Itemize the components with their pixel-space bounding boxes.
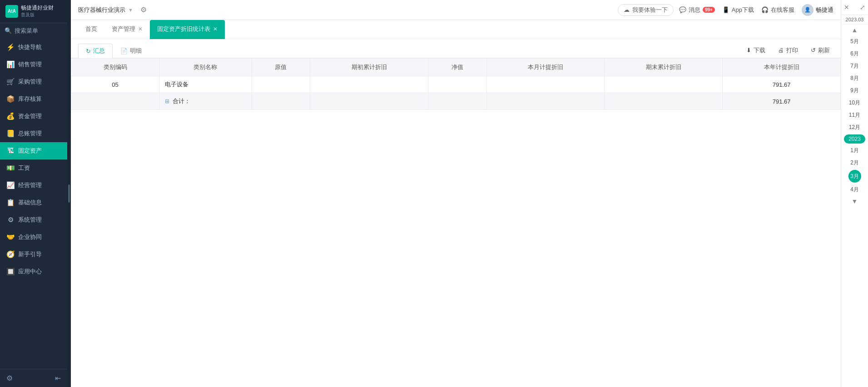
total-net bbox=[428, 93, 486, 110]
month-7[interactable]: 7月 bbox=[841, 60, 868, 72]
month-6[interactable]: 6月 bbox=[841, 48, 868, 60]
print-button[interactable]: 🖨 打印 bbox=[774, 45, 802, 56]
base-icon: 📋 bbox=[6, 198, 15, 207]
nav-up-arrow[interactable]: ▲ bbox=[841, 25, 868, 35]
row-annual: 791.67 bbox=[723, 76, 841, 93]
apps-icon: 🔲 bbox=[6, 268, 15, 276]
logo-text: 畅捷通好业财 bbox=[21, 5, 54, 12]
tab-home[interactable]: 首页 bbox=[78, 20, 104, 39]
user-menu[interactable]: 👤 畅捷通 bbox=[802, 4, 833, 16]
tab-depreciation[interactable]: 固定资产折旧统计表 ✕ bbox=[150, 20, 225, 39]
sidebar-item-sales[interactable]: 📊 销售管理 bbox=[0, 56, 67, 73]
row-monthly bbox=[486, 76, 605, 93]
sidebar-item-ops[interactable]: 📈 经营管理 bbox=[0, 177, 67, 194]
download-icon: 📱 bbox=[722, 6, 729, 13]
month-12[interactable]: 12月 bbox=[841, 121, 868, 134]
depreciation-table: 类别编码 类别名称 原值 期初累计折旧 净值 本月计提折旧 期末累计折旧 本年计… bbox=[71, 58, 841, 110]
sub-tabs: ↻ 汇总 📄 明细 ⬇ 下载 🖨 打印 ↺ 刷新 bbox=[71, 39, 841, 58]
total-initial-accum bbox=[310, 93, 428, 110]
total-annual: 791.67 bbox=[723, 93, 841, 110]
sidebar-bottom: ⚙ ⇤ bbox=[0, 369, 67, 387]
col-end-accum: 期末累计折旧 bbox=[605, 59, 723, 76]
sidebar-item-inventory[interactable]: 📦 库存核算 bbox=[0, 90, 67, 108]
col-monthly: 本月计提折旧 bbox=[486, 59, 605, 76]
col-initial-accum: 期初累计折旧 bbox=[310, 59, 428, 76]
service-icon: 🎧 bbox=[761, 6, 769, 13]
sidebar-item-salary[interactable]: 💵 工资 bbox=[0, 159, 67, 177]
search-menu[interactable]: 🔍 搜索菜单 bbox=[0, 23, 67, 39]
online-service-button[interactable]: 🎧 在线客服 bbox=[761, 6, 794, 14]
month-9[interactable]: 9月 bbox=[841, 84, 868, 97]
sidebar-item-fixed[interactable]: 🏗 固定资产 bbox=[0, 142, 67, 159]
sub-tab-detail[interactable]: 📄 明细 bbox=[113, 44, 149, 58]
right-panel-expand-icon[interactable]: ⤢ bbox=[860, 4, 865, 11]
month-11[interactable]: 11月 bbox=[841, 109, 868, 121]
logo-icon: AtA bbox=[5, 5, 18, 18]
col-original: 原值 bbox=[252, 59, 310, 76]
topbar: 医疗器械行业演示 ▼ ⚙ ☁ 我要体验一下 💬 消息 99+ 📱 App下载 🎧… bbox=[71, 0, 841, 20]
download-button[interactable]: ⬇ 下载 bbox=[743, 45, 769, 56]
year-badge[interactable]: 2023 bbox=[844, 134, 865, 144]
app-download-button[interactable]: 📱 App下载 bbox=[722, 6, 754, 14]
month-1[interactable]: 1月 bbox=[841, 144, 868, 157]
month-8[interactable]: 8月 bbox=[841, 72, 868, 84]
print-icon: 🖨 bbox=[778, 47, 784, 54]
total-original bbox=[252, 93, 310, 110]
quick-nav-icon: ⚡ bbox=[6, 43, 15, 51]
month-4[interactable]: 4月 bbox=[841, 184, 868, 196]
year-section: 2023.03 ▲ 5月 6月 7月 8月 9月 10月 11月 12月 202… bbox=[841, 15, 868, 207]
tab-asset-mgmt-close[interactable]: ✕ bbox=[138, 26, 143, 32]
nav-down-arrow[interactable]: ▼ bbox=[841, 196, 868, 207]
sidebar: AtA 畅捷通好业财 普及版 🔍 搜索菜单 ⚡ 快捷导航 📊 销售管理 🛒 采购… bbox=[0, 0, 67, 387]
sub-tab-summary[interactable]: ↻ 汇总 bbox=[78, 44, 113, 58]
experience-button[interactable]: ☁ 我要体验一下 bbox=[618, 4, 674, 16]
col-net: 净值 bbox=[428, 59, 486, 76]
row-end-accum bbox=[605, 76, 723, 93]
refresh-button[interactable]: ↺ 刷新 bbox=[807, 45, 833, 56]
company-selector[interactable]: 医疗器械行业演示 ▼ bbox=[78, 6, 133, 14]
topbar-settings-icon[interactable]: ⚙ bbox=[140, 5, 147, 14]
avatar: 👤 bbox=[802, 4, 813, 16]
corp-icon: 🤝 bbox=[6, 233, 15, 241]
settings-bottom-icon[interactable]: ⚙ bbox=[6, 374, 13, 382]
data-table-wrap: 类别编码 类别名称 原值 期初累计折旧 净值 本月计提折旧 期末累计折旧 本年计… bbox=[71, 58, 841, 387]
month-3-active[interactable]: 3月 bbox=[848, 170, 861, 183]
sidebar-item-finance[interactable]: 💰 资金管理 bbox=[0, 108, 67, 125]
guide-icon: 🧭 bbox=[6, 250, 15, 258]
collapse-icon[interactable]: ⇤ bbox=[55, 374, 61, 382]
logo-sub: 普及版 bbox=[21, 12, 54, 18]
col-annual: 本年计提折旧 bbox=[723, 59, 841, 76]
sidebar-item-corp[interactable]: 🤝 企业协同 bbox=[0, 228, 67, 246]
sidebar-item-quick-nav[interactable]: ⚡ 快捷导航 bbox=[0, 39, 67, 56]
content-area: ↻ 汇总 📄 明细 ⬇ 下载 🖨 打印 ↺ 刷新 bbox=[71, 39, 841, 387]
row-code: 05 bbox=[71, 76, 159, 93]
row-name: 电子设备 bbox=[159, 76, 252, 93]
company-name: 医疗器械行业演示 bbox=[78, 6, 125, 14]
tab-depreciation-close[interactable]: ✕ bbox=[213, 26, 218, 32]
sidebar-item-system[interactable]: ⚙ 系统管理 bbox=[0, 211, 67, 228]
right-panel-close-icon[interactable]: ✕ bbox=[844, 4, 849, 11]
total-icon: ⊞ bbox=[165, 98, 169, 104]
month-2[interactable]: 2月 bbox=[841, 157, 868, 169]
sidebar-scrollbar[interactable] bbox=[67, 0, 71, 387]
sidebar-item-apps[interactable]: 🔲 应用中心 bbox=[0, 263, 67, 280]
company-dropdown-icon: ▼ bbox=[128, 7, 133, 13]
month-5[interactable]: 5月 bbox=[841, 35, 868, 48]
message-button[interactable]: 💬 消息 99+ bbox=[679, 6, 715, 14]
month-10[interactable]: 10月 bbox=[841, 97, 868, 109]
sidebar-item-purchase[interactable]: 🛒 采购管理 bbox=[0, 73, 67, 90]
search-icon: 🔍 bbox=[5, 27, 12, 34]
right-panel: ✕ ⤢ 2023.03 ▲ 5月 6月 7月 8月 9月 10月 11月 12月… bbox=[841, 0, 868, 387]
salary-icon: 💵 bbox=[6, 164, 15, 172]
right-panel-header: ✕ ⤢ bbox=[841, 0, 868, 15]
tab-asset-mgmt[interactable]: 资产管理 ✕ bbox=[104, 20, 150, 39]
fixed-icon: 🏗 bbox=[6, 147, 15, 154]
system-icon: ⚙ bbox=[6, 216, 15, 224]
purchase-icon: 🛒 bbox=[6, 78, 15, 86]
sidebar-item-ledger[interactable]: 📒 总账管理 bbox=[0, 125, 67, 142]
scroll-thumb bbox=[68, 184, 70, 203]
finance-icon: 💰 bbox=[6, 112, 15, 120]
sidebar-item-base[interactable]: 📋 基础信息 bbox=[0, 194, 67, 211]
row-initial-accum bbox=[310, 76, 428, 93]
sidebar-item-guide[interactable]: 🧭 新手引导 bbox=[0, 246, 67, 263]
